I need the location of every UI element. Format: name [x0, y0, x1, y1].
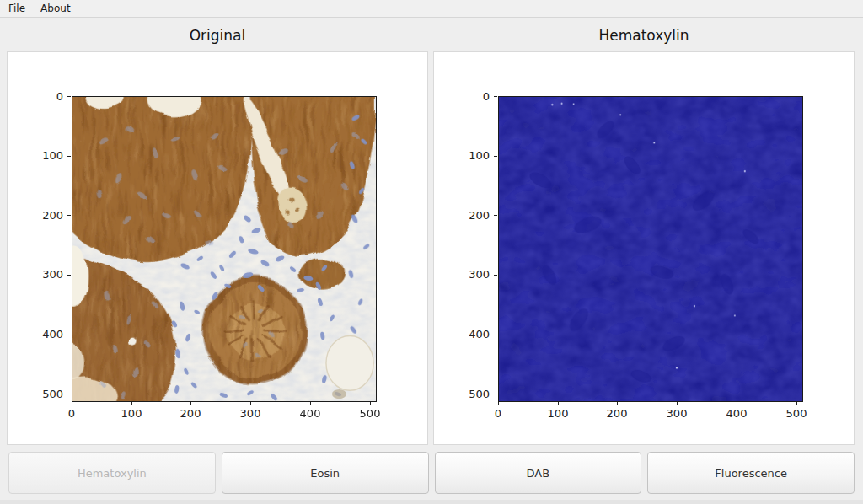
x-tick-label: 100 [121, 407, 142, 420]
x-tick-label: 200 [180, 407, 201, 420]
x-tick-label: 500 [360, 407, 381, 420]
axis-tick [67, 215, 71, 216]
x-tick-label: 300 [240, 407, 261, 420]
y-tick-label: 300 [434, 267, 490, 282]
x-tick-label: 400 [726, 407, 748, 420]
menu-item-file[interactable]: File [8, 3, 25, 14]
button-dab[interactable]: DAB [435, 452, 642, 494]
figure-panel-hematoxylin: 0 100 200 300 400 500 0 100 200 300 400 … [433, 51, 855, 445]
axis-tick [737, 402, 737, 405]
y-tick-label: 400 [8, 327, 63, 342]
x-tick-label: 100 [548, 407, 569, 420]
menu-bar: File About [0, 0, 863, 18]
figure-panel-original: 0 100 200 300 400 500 0 100 200 300 400 … [7, 51, 428, 445]
axis-tick [494, 394, 497, 394]
menu-item-about[interactable]: About [40, 3, 71, 14]
y-tick-label: 0 [434, 89, 490, 105]
axis-tick [67, 275, 71, 276]
axis-tick [131, 402, 132, 405]
axis-tick [494, 275, 497, 276]
button-fluorescence[interactable]: Fluorescence [647, 452, 855, 494]
axis-tick [72, 402, 72, 405]
x-tick-label: 0 [68, 407, 75, 420]
y-tick-label: 400 [434, 327, 490, 342]
app-window: { "menu": { "items": [ { "label": "File"… [0, 0, 863, 504]
y-tick-label: 100 [8, 148, 63, 164]
axis-tick [558, 402, 559, 405]
axis-tick [250, 402, 251, 405]
y-tick-label: 100 [434, 148, 490, 164]
x-tick-label: 500 [786, 407, 807, 420]
x-tick-label: 200 [607, 407, 628, 420]
panel-title-hematoxylin: Hematoxylin [433, 25, 855, 46]
axis-tick [190, 402, 191, 405]
axis-tick [67, 96, 71, 97]
axis-tick [617, 402, 618, 405]
y-tick-label: 0 [8, 89, 63, 105]
axis-tick [67, 156, 71, 157]
axis-tick [494, 215, 497, 216]
axis-tick [67, 394, 71, 394]
x-tick-label: 300 [667, 407, 688, 420]
button-hematoxylin[interactable]: Hematoxylin [8, 452, 216, 494]
axis-tick [370, 402, 371, 405]
y-tick-label: 500 [8, 387, 63, 402]
stain-button-row: Hematoxylin Eosin DAB Fluorescence [8, 452, 855, 494]
axis-tick [494, 96, 497, 97]
y-tick-label: 200 [434, 208, 490, 223]
original-plot-canvas [72, 96, 377, 402]
x-tick-label: 0 [495, 407, 501, 420]
menu-about-rest: bout [47, 3, 70, 14]
y-tick-label: 500 [434, 387, 490, 402]
axis-tick [677, 402, 678, 405]
hematoxylin-plot-canvas [498, 96, 803, 402]
axis-tick [796, 402, 797, 405]
panel-title-original: Original [7, 25, 428, 46]
button-eosin[interactable]: Eosin [222, 452, 429, 494]
axis-tick [310, 402, 311, 405]
original-histology-image [72, 97, 376, 401]
axis-tick [494, 156, 497, 157]
window-bottom-edge [0, 500, 863, 504]
x-tick-label: 400 [300, 407, 321, 420]
y-tick-label: 300 [8, 267, 63, 282]
axis-tick [67, 335, 71, 335]
axis-tick [498, 402, 499, 405]
axis-tick [494, 335, 497, 335]
y-tick-label: 200 [8, 208, 63, 223]
hematoxylin-channel-image [499, 97, 802, 401]
